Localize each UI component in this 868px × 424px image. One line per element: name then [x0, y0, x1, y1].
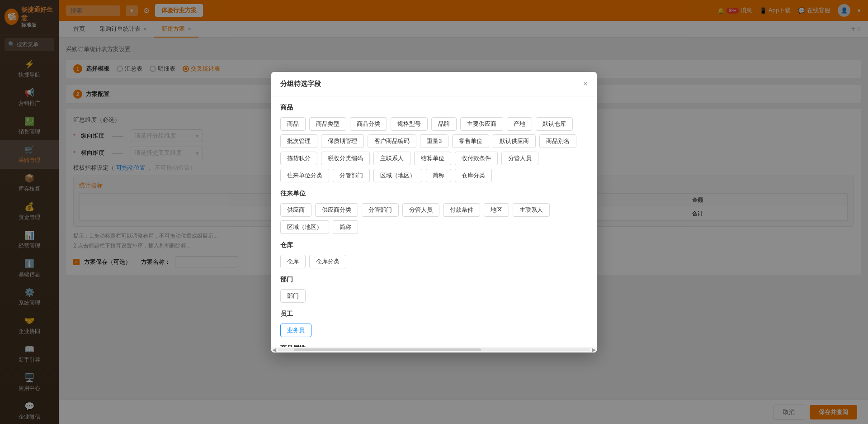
- modal-dialog: 分组待选字段 × 商品 商品 商品类型 商品分类 规格型号 品牌 主要供应商 产…: [271, 72, 597, 353]
- field-tag-area[interactable]: 地区: [484, 203, 509, 217]
- warehouse-fields: 仓库 仓库分类: [280, 255, 588, 268]
- department-fields: 部门: [280, 289, 588, 303]
- field-tag-shelf-life[interactable]: 保质期管理: [321, 134, 364, 148]
- modal-horizontal-scrollbar[interactable]: ◀ ▶: [271, 347, 597, 353]
- field-tag-abbr[interactable]: 简称: [426, 169, 451, 182]
- field-tag-region[interactable]: 区域（地区）: [373, 169, 422, 182]
- field-tag-tax-code[interactable]: 税收分类编码: [321, 152, 370, 165]
- field-tag-main-contact[interactable]: 主联系人: [373, 152, 410, 165]
- hscroll-left-arrow[interactable]: ◀: [272, 347, 278, 353]
- field-tag-warehouse-category[interactable]: 仓库分类: [309, 255, 346, 268]
- field-tag-retail-unit[interactable]: 零售单位: [452, 134, 489, 148]
- field-tag-warehouse[interactable]: 仓库: [280, 255, 306, 268]
- field-tag-main-supplier[interactable]: 主要供应商: [460, 117, 503, 131]
- field-tag-warehouse-cat[interactable]: 仓库分类: [455, 169, 492, 182]
- field-tag-manager[interactable]: 分管人员: [501, 152, 538, 165]
- field-tag-product-type[interactable]: 商品类型: [309, 117, 346, 131]
- hscroll-right-arrow[interactable]: ▶: [590, 347, 596, 353]
- field-tag-default-warehouse[interactable]: 默认仓库: [536, 117, 573, 131]
- field-tag-abbr2[interactable]: 简称: [333, 220, 358, 234]
- field-tag-region2[interactable]: 区域（地区）: [280, 220, 329, 234]
- employee-fields: 业务员: [280, 324, 588, 337]
- field-tag-pick-score[interactable]: 拣货积分: [280, 152, 317, 165]
- field-tag-settlement-unit[interactable]: 结算单位: [414, 152, 451, 165]
- hscroll-track: [278, 348, 590, 351]
- field-tag-partner-category[interactable]: 往来单位分类: [280, 169, 329, 182]
- field-tag-origin[interactable]: 产地: [507, 117, 532, 131]
- field-tag-product[interactable]: 商品: [280, 117, 306, 131]
- field-tag-department[interactable]: 部门: [280, 289, 306, 303]
- modal-header: 分组待选字段 ×: [271, 72, 597, 96]
- field-tag-main-contact2[interactable]: 主联系人: [513, 203, 550, 217]
- modal-title: 分组待选字段: [280, 80, 321, 88]
- section-title-department: 部门: [280, 276, 588, 284]
- field-tag-dept2[interactable]: 分管部门: [362, 203, 399, 217]
- section-title-partner: 往来单位: [280, 190, 588, 198]
- field-tag-payment-terms[interactable]: 收付款条件: [455, 152, 498, 165]
- field-tag-supplier-category[interactable]: 供应商分类: [315, 203, 358, 217]
- section-title-employee: 员工: [280, 310, 588, 318]
- section-title-product: 商品: [280, 104, 588, 112]
- modal-body: 商品 商品 商品类型 商品分类 规格型号 品牌 主要供应商 产地 默认仓库 批次…: [271, 96, 597, 347]
- field-tag-manager2[interactable]: 分管人员: [402, 203, 439, 217]
- field-tag-product-category[interactable]: 商品分类: [350, 117, 387, 131]
- field-tag-customer-sku[interactable]: 客户商品编码: [368, 134, 416, 148]
- field-tag-dept[interactable]: 分管部门: [333, 169, 370, 182]
- field-tag-salesperson[interactable]: 业务员: [280, 324, 311, 337]
- hscroll-thumb[interactable]: [294, 348, 481, 351]
- field-tag-payment-cond[interactable]: 付款条件: [443, 203, 480, 217]
- field-tag-brand[interactable]: 品牌: [431, 117, 457, 131]
- field-tag-spec[interactable]: 规格型号: [391, 117, 428, 131]
- section-title-warehouse: 仓库: [280, 241, 588, 249]
- section-title-product-attr: 商品属性: [280, 344, 588, 347]
- field-tag-weight[interactable]: 重量3: [420, 134, 448, 148]
- field-tag-supplier[interactable]: 供应商: [280, 203, 311, 217]
- partner-fields: 供应商 供应商分类 分管部门 分管人员 付款条件 地区 主联系人 区域（地区） …: [280, 203, 588, 234]
- modal-overlay: 分组待选字段 × 商品 商品 商品类型 商品分类 规格型号 品牌 主要供应商 产…: [0, 0, 868, 424]
- modal-close-button[interactable]: ×: [583, 79, 588, 89]
- product-fields: 商品 商品类型 商品分类 规格型号 品牌 主要供应商 产地 默认仓库 批次管理 …: [280, 117, 588, 182]
- field-tag-alias[interactable]: 商品别名: [539, 134, 576, 148]
- field-tag-batch[interactable]: 批次管理: [280, 134, 317, 148]
- field-tag-default-supplier[interactable]: 默认供应商: [493, 134, 536, 148]
